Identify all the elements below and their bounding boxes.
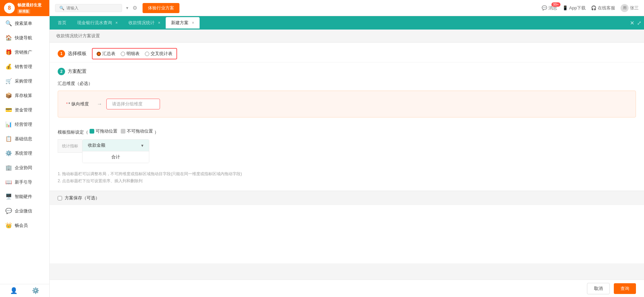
- sidebar-item-quick-nav[interactable]: 🏠 快捷导航: [0, 31, 49, 45]
- tab-close-all-icon[interactable]: ✕: [630, 20, 634, 26]
- sidebar-item-system[interactable]: ⚙️ 系统管理: [0, 146, 49, 160]
- cancel-button[interactable]: 取消: [587, 283, 610, 294]
- online-service-button[interactable]: 🎧 在线客服: [591, 5, 615, 11]
- metrics-col-header[interactable]: 收款金额 ▾: [83, 140, 149, 151]
- tab-maximize-icon[interactable]: ⤢: [637, 20, 641, 26]
- draggable-dot: [90, 129, 94, 134]
- search-input[interactable]: [66, 6, 113, 10]
- tab-close-collection-stat[interactable]: ×: [158, 20, 160, 25]
- step2-num: 2: [58, 68, 65, 75]
- tab-close-new-plan[interactable]: ×: [192, 20, 194, 25]
- metrics-table-header: 收款金额 ▾: [83, 140, 149, 151]
- tip-1: 1. 拖动标题栏可以调整布局，不可跨维度或指标区域拖动目字段(只能在同一维度或指…: [58, 171, 636, 177]
- search-icon: 🔍: [5, 20, 12, 27]
- tab-collection-stat[interactable]: 收款情况统计 ×: [123, 17, 166, 29]
- book-icon: 📖: [5, 179, 12, 185]
- building-icon: 🏢: [5, 164, 12, 171]
- main-content: 🔍 ▾ ⚙ 体验行业方案 💬 消息 99+ 📱 App下载 🎧 在线客服 用 张…: [50, 0, 644, 297]
- logo-icon: 8: [4, 3, 15, 13]
- trial-button[interactable]: 体验行业方案: [143, 3, 179, 13]
- message-button[interactable]: 💬 消息 99+: [542, 5, 557, 11]
- step1-section: 1 选择模板 汇总表 明细表 交叉统计表: [50, 43, 644, 62]
- dimension-area: ** 纵向维度 → 请选择分组维度: [58, 91, 636, 117]
- sidebar-item-enterprise[interactable]: 🏢 企业协同: [0, 160, 49, 175]
- non-draggable-badge: 不可拖动位置: [121, 128, 153, 134]
- clipboard-icon: 📋: [5, 136, 12, 142]
- metrics-table-area: 统计指标 收款金额 ▾ 合计: [58, 139, 636, 163]
- query-button[interactable]: 查询: [614, 283, 636, 294]
- content-area: 收款情况统计方案设置 1 选择模板 汇总表 明细表: [50, 30, 644, 280]
- app-download-button[interactable]: 📱 App下载: [562, 5, 586, 11]
- dim-row-label: ** 纵向维度: [66, 101, 89, 107]
- sidebar-item-weixin[interactable]: 💬 企业微信: [0, 204, 49, 218]
- radio-cross[interactable]: 交叉统计表: [145, 51, 172, 57]
- avatar: 用: [621, 4, 629, 12]
- gear-icon[interactable]: ⚙: [132, 5, 137, 11]
- sidebar: 8 畅捷通好生意 标准版 🔍 搜索菜单 🏠 快捷导航 🎁 营销推广 💰 销售管理…: [0, 0, 50, 297]
- metrics-category-label: 统计指标: [58, 139, 82, 153]
- step1-label: 选择模板: [68, 51, 87, 57]
- message-icon: 💬: [542, 5, 547, 10]
- dim-section-title: 汇总维度（必选）: [58, 81, 636, 87]
- sidebar-item-sales[interactable]: 💰 销售管理: [0, 59, 49, 74]
- save-label: 方案保存（可选）: [65, 195, 100, 201]
- step1-num: 1: [58, 50, 65, 57]
- tab-home[interactable]: 首页: [52, 17, 72, 29]
- metrics-table: 收款金额 ▾ 合计: [82, 139, 149, 163]
- tab-close-bank-flow[interactable]: ×: [115, 20, 118, 25]
- search-icon: 🔍: [59, 6, 64, 10]
- chevron-down-icon[interactable]: ▾: [141, 143, 144, 148]
- sidebar-item-guide[interactable]: 📖 新手引导: [0, 175, 49, 189]
- gift-icon: 🎁: [5, 49, 12, 55]
- save-section: 方案保存（可选）: [50, 191, 644, 205]
- dropdown-arrow-icon[interactable]: ▾: [126, 5, 128, 10]
- tip-2: 2. 点击标题栏下拉可设置排序、插入列和删除列: [58, 178, 636, 184]
- content-inner: 收款情况统计方案设置 1 选择模板 汇总表 明细表: [50, 30, 644, 263]
- header-search-box[interactable]: 🔍: [55, 4, 122, 12]
- save-checkbox[interactable]: [58, 196, 62, 200]
- sidebar-logo: 8 畅捷通好生意 标准版: [0, 0, 49, 16]
- radio-detail[interactable]: 明细表: [121, 51, 140, 57]
- step2-section: 2 方案配置 汇总维度（必选） ** 纵向维度 → 请选择分组维度: [50, 62, 644, 123]
- logo-char: 8: [8, 5, 11, 11]
- sidebar-item-search[interactable]: 🔍 搜索菜单: [0, 16, 49, 31]
- dim-select-dropdown[interactable]: 请选择分组维度: [106, 99, 160, 109]
- dim-arrow-icon: →: [97, 101, 102, 107]
- sidebar-user-btn[interactable]: 👤: [10, 287, 17, 294]
- metrics-total-cell: 合计: [83, 151, 149, 163]
- cart-icon: 🛒: [5, 78, 12, 84]
- home-icon: 🏠: [5, 35, 12, 41]
- header: 🔍 ▾ ⚙ 体验行业方案 💬 消息 99+ 📱 App下载 🎧 在线客服 用 张…: [50, 0, 644, 16]
- step2-title: 2 方案配置: [58, 68, 636, 75]
- sidebar-item-member[interactable]: 👑 畅会员: [0, 218, 49, 233]
- metrics-label-row: 模板指标设定（ 可拖动位置 不可拖动位置 ）: [58, 128, 636, 135]
- sidebar-item-finance[interactable]: 💳 资金管理: [0, 103, 49, 117]
- metrics-row-labels: 统计指标: [58, 139, 82, 163]
- sidebar-item-marketing[interactable]: 🎁 营销推广: [0, 45, 49, 59]
- chat-icon: 💬: [5, 208, 12, 214]
- message-badge: 99+: [551, 2, 560, 7]
- tab-new-plan[interactable]: 新建方案 ×: [166, 17, 200, 29]
- sidebar-item-purchase[interactable]: 🛒 采购管理: [0, 74, 49, 88]
- metrics-section: 模板指标设定（ 可拖动位置 不可拖动位置 ）: [50, 123, 644, 168]
- crown-icon: 👑: [5, 222, 12, 229]
- sidebar-item-operation[interactable]: 📊 经营管理: [0, 117, 49, 132]
- card-icon: 💳: [5, 107, 12, 113]
- service-icon: 🎧: [591, 5, 596, 10]
- draggable-badge: 可拖动位置: [90, 128, 117, 134]
- sidebar-settings-btn[interactable]: ⚙️: [32, 287, 39, 294]
- tab-actions: ✕ ⤢: [630, 20, 641, 26]
- tab-bar: 首页 现金银行流水查询 × 收款情况统计 × 新建方案 × ✕ ⤢: [50, 16, 644, 30]
- sidebar-item-hardware[interactable]: 🖥️ 智能硬件: [0, 189, 49, 204]
- box-icon: 📦: [5, 92, 12, 99]
- template-options-box: 汇总表 明细表 交叉统计表: [92, 48, 177, 59]
- download-icon: 📱: [562, 5, 568, 10]
- sidebar-item-inventory[interactable]: 📦 库存核算: [0, 88, 49, 103]
- settings-icon: ⚙️: [32, 287, 39, 294]
- radio-summary[interactable]: 汇总表: [97, 51, 115, 57]
- chart-icon: 📊: [5, 121, 12, 128]
- user-profile[interactable]: 用 张三: [621, 4, 639, 12]
- sidebar-item-basic[interactable]: 📋 基础信息: [0, 132, 49, 146]
- tab-bank-flow[interactable]: 现金银行流水查询 ×: [72, 17, 123, 29]
- non-draggable-dot: [121, 129, 125, 134]
